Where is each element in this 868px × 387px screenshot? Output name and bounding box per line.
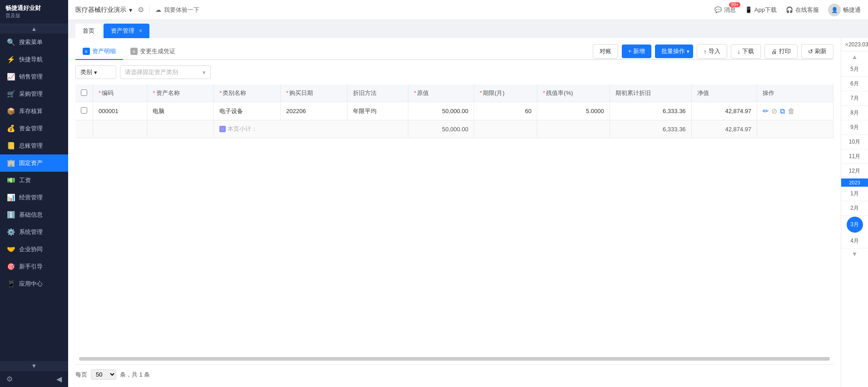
scrollbar-thumb[interactable] (79, 357, 830, 361)
collapse-icon[interactable]: ◀ (56, 375, 62, 383)
th-category: *类别名称 (214, 84, 281, 102)
online-service-btn[interactable]: 🎧 在线客服 (786, 6, 819, 14)
account-btn[interactable]: 对账 (593, 44, 618, 59)
sidebar-scroll-up[interactable]: ▲ (0, 24, 68, 34)
horizontal-scrollbar[interactable] (75, 353, 833, 364)
sidebar-item-quicknav[interactable]: ⚡ 快捷导航 (0, 51, 68, 68)
sidebar-label-management: 经营管理 (19, 194, 43, 202)
calendar-month-1[interactable]: 1月 (841, 187, 868, 201)
apps-icon: 📱 (6, 280, 15, 288)
subtotal-row: □ 本页小计： 50,000.00 6,333.36 42,874.97 (75, 120, 833, 138)
username: 畅捷通 (843, 6, 861, 14)
assets-table: *编码 *资产名称 *类别名称 *购买日期 折旧方法 *原值 *期限(月) *残… (75, 84, 833, 138)
sidebar-label-system: 系统管理 (19, 228, 43, 236)
sub-tab-voucher[interactable]: ≡ 变更生成凭证 (123, 44, 183, 60)
toolbar-right: 对账 + 新增 批量操作 ▾ ↑ 导入 ↓ 下载 (593, 44, 833, 59)
calendar-year-label-2023: 2023 (841, 179, 868, 187)
experience-btn[interactable]: ☁ 我要体验一下 (155, 6, 199, 14)
message-icon: 💬 (714, 6, 722, 13)
calendar-header: × 2023.03 ⤢ (841, 38, 868, 51)
tab-asset[interactable]: 资产管理 × (104, 24, 149, 38)
per-page-select[interactable]: 50 10 20 100 (91, 369, 116, 380)
calendar-month-8[interactable]: 8月 (841, 106, 868, 120)
sidebar-item-salary[interactable]: 💵 工资 (0, 172, 68, 189)
th-period: *期限(月) (474, 84, 537, 102)
sub-tab-detail[interactable]: ≡ 资产明细 (75, 44, 123, 60)
th-residual-rate: *残值率(%) (537, 84, 610, 102)
calendar-month-9[interactable]: 9月 (841, 120, 868, 135)
page-content: ≡ 资产明细 ≡ 变更生成凭证 对账 + 新增 批量操作 ▾ (68, 38, 868, 387)
content-area: 首页 资产管理 × ≡ 资产明细 ≡ 变更生成凭证 (68, 20, 868, 387)
batch-btn[interactable]: 批量操作 ▾ (655, 45, 693, 58)
message-badge: 99+ (729, 2, 740, 7)
app-download-btn[interactable]: 📱 App下载 (745, 6, 777, 14)
sub-tab-detail-label: 资产明细 (92, 47, 116, 55)
copy-btn[interactable]: ⧉ (780, 107, 785, 115)
user-menu[interactable]: 👤 畅捷通 (828, 4, 861, 16)
sidebar-label-guide: 新手引导 (19, 263, 43, 271)
search-icon: 🔍 (6, 38, 15, 46)
download-icon2: ↓ (738, 48, 741, 55)
calendar-month-5[interactable]: 5月 (841, 62, 868, 77)
sidebar-item-assets[interactable]: 🏢 固定资产 (0, 154, 68, 172)
subtotal-empty-3 (147, 120, 214, 138)
sidebar-item-funds[interactable]: 💰 资金管理 (0, 120, 68, 137)
logo: 畅捷通好业财 普及版 (5, 5, 41, 19)
new-btn[interactable]: + 新增 (622, 45, 651, 58)
th-purchase-date: *购买日期 (281, 84, 347, 102)
subtotal-rate-empty (537, 120, 610, 138)
delete-btn[interactable]: 🗑 (788, 107, 795, 115)
message-btn[interactable]: 💬 消息 99+ (714, 6, 736, 14)
calendar-up-btn[interactable]: ▲ (841, 51, 868, 62)
sidebar-item-ledger[interactable]: 📒 总账管理 (0, 137, 68, 154)
calendar-month-12[interactable]: 12月 (841, 164, 868, 179)
calendar-down-btn[interactable]: ▼ (841, 248, 868, 259)
download-btn[interactable]: ↓ 下载 (731, 44, 761, 59)
calendar-month-7[interactable]: 7月 (841, 91, 868, 106)
calendar-month-6[interactable]: 6月 (841, 77, 868, 91)
print-btn[interactable]: 🖨 打印 (764, 44, 798, 59)
calendar-month-3[interactable]: 3月 (847, 217, 863, 233)
calendar-month-11[interactable]: 11月 (841, 149, 868, 164)
calendar-month-4[interactable]: 4月 (841, 234, 868, 248)
import-btn[interactable]: ↑ 导入 (697, 44, 727, 59)
sidebar-item-cooperation[interactable]: 🤝 企业协同 (0, 241, 68, 258)
cloud-icon: ☁ (155, 6, 161, 13)
sales-icon: 📈 (6, 73, 15, 81)
sidebar-item-purchase[interactable]: 🛒 采购管理 (0, 85, 68, 103)
sidebar-scroll-down[interactable]: ▼ (0, 361, 68, 371)
category-filter-select[interactable]: 类别 ▾ (75, 65, 116, 79)
select-all-checkbox[interactable] (81, 89, 87, 96)
sidebar-item-inventory[interactable]: 📦 库存核算 (0, 103, 68, 120)
gear-btn[interactable]: ⚙ (138, 5, 144, 14)
sidebar-item-sales[interactable]: 📈 销售管理 (0, 68, 68, 85)
main: 医疗器械行业演示 ▾ ⚙ ☁ 我要体验一下 💬 消息 99+ 📱 App下载 🎧… (68, 0, 868, 387)
th-checkbox (75, 84, 93, 102)
topbar: 医疗器械行业演示 ▾ ⚙ ☁ 我要体验一下 💬 消息 99+ 📱 App下载 🎧… (68, 0, 868, 20)
sidebar-item-basic[interactable]: ℹ️ 基础信息 (0, 206, 68, 223)
sidebar-label-inventory: 库存核算 (19, 107, 43, 115)
refresh-btn[interactable]: ↺ 刷新 (801, 44, 833, 59)
category-filter-input[interactable]: 请选择固定资产类别 ▾ (120, 65, 211, 79)
calendar-month-10[interactable]: 10月 (841, 135, 868, 149)
sidebar-item-management[interactable]: 📊 经营管理 (0, 189, 68, 206)
calendar-close-btn[interactable]: × (845, 41, 848, 48)
td-category: 电子设备 (214, 102, 281, 120)
td-checkbox (75, 102, 93, 120)
tab-close-icon[interactable]: × (139, 27, 143, 34)
sub-tabs: ≡ 资产明细 ≡ 变更生成凭证 对账 + 新增 批量操作 ▾ (75, 44, 833, 60)
row-checkbox[interactable] (81, 107, 87, 114)
calendar-month-2[interactable]: 2月 (841, 201, 868, 216)
td-residual-rate: 5.0000 (537, 102, 610, 120)
guide-icon: 🎯 (6, 263, 15, 271)
sidebar-item-apps[interactable]: 📱 应用中心 (0, 275, 68, 293)
sidebar-item-system[interactable]: ⚙️ 系统管理 (0, 223, 68, 241)
disable-btn[interactable]: ⊘ (771, 107, 777, 115)
tab-home[interactable]: 首页 (75, 24, 102, 38)
sidebar-item-search[interactable]: 🔍 搜索菜单 (0, 34, 68, 51)
th-accumulated-depreciation: 期初累计折旧 (610, 84, 691, 102)
company-selector[interactable]: 医疗器械行业演示 ▾ (75, 6, 132, 14)
sidebar-item-guide[interactable]: 🎯 新手引导 (0, 258, 68, 275)
settings-icon[interactable]: ⚙ (6, 375, 13, 383)
edit-btn[interactable]: ✏ (763, 107, 769, 115)
